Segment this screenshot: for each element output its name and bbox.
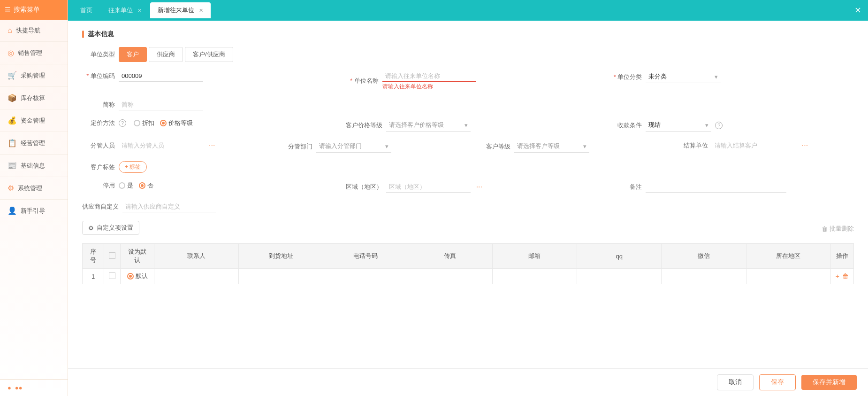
cell-contact[interactable] xyxy=(154,269,239,284)
custom-settings-btn[interactable]: ⚙ 自定义项设置 xyxy=(82,221,139,235)
col-qq: qq xyxy=(577,244,662,269)
customer-level-select[interactable]: 请选择客户等级 ▾ xyxy=(514,140,589,153)
unit-category-select[interactable]: 未分类 ▾ xyxy=(646,70,721,83)
sidebar-item-inventory[interactable]: 📦 库存核算 xyxy=(0,87,68,109)
cell-phone[interactable] xyxy=(323,269,408,284)
row-checkbox[interactable] xyxy=(109,272,115,279)
field-unit-type: 单位类型 客户 供应商 客户/供应商 xyxy=(82,47,854,62)
footer: 取消 保存 保存并新增 xyxy=(68,368,868,396)
cell-qq[interactable] xyxy=(577,269,662,284)
btn-supplier[interactable]: 供应商 xyxy=(149,47,183,62)
btn-both[interactable]: 客户/供应商 xyxy=(185,47,233,62)
tab-partners-close[interactable]: ✕ xyxy=(137,8,142,14)
select-all-checkbox[interactable] xyxy=(109,252,115,259)
cell-region[interactable] xyxy=(746,269,830,284)
disabled-label: 停用 xyxy=(82,181,115,190)
contact-input[interactable] xyxy=(159,273,234,280)
system-icon: ⚙ xyxy=(8,184,14,193)
sidebar-item-system[interactable]: ⚙ 系统管理 xyxy=(0,177,68,200)
cancel-button[interactable]: 取消 xyxy=(717,374,754,390)
field-unit-code: 单位编码 xyxy=(82,70,327,82)
manager-more-btn[interactable]: ··· xyxy=(207,141,217,150)
pricing-label: 定价方法 xyxy=(82,119,115,127)
delete-row-btn[interactable]: 🗑 xyxy=(842,272,849,280)
col-email: 邮箱 xyxy=(492,244,577,269)
field-settlement: 结算单位 ··· xyxy=(675,140,854,151)
sidebar-item-quick-nav[interactable]: ⌂ 快捷导航 xyxy=(0,20,68,42)
tab-new-partner[interactable]: 新增往来单位 ✕ xyxy=(150,2,211,18)
department-select[interactable]: 请输入分管部门 ▾ xyxy=(316,140,391,153)
sidebar-item-purchase[interactable]: 🛒 采购管理 xyxy=(0,64,68,87)
sidebar-item-basic[interactable]: 📰 基础信息 xyxy=(0,155,68,177)
add-row-btn[interactable]: + xyxy=(836,272,839,280)
disabled-yes[interactable]: 是 xyxy=(119,181,133,190)
settlement-input[interactable] xyxy=(712,140,796,151)
pricing-discount[interactable]: 折扣 xyxy=(134,119,154,127)
cell-checkbox xyxy=(104,269,121,284)
cell-email[interactable] xyxy=(492,269,577,284)
col-address: 到货地址 xyxy=(239,244,323,269)
region-input[interactable] xyxy=(386,181,471,193)
level-arrow-icon: ▾ xyxy=(583,143,586,150)
email-input[interactable] xyxy=(497,273,572,280)
remark-input[interactable] xyxy=(646,181,786,193)
yes-radio[interactable] xyxy=(119,182,125,189)
supplier-custom-input[interactable] xyxy=(122,201,216,212)
disabled-radio-group: 是 否 xyxy=(119,181,153,190)
tag-label: 客户标签 xyxy=(82,163,115,171)
field-remark: 备注 xyxy=(609,181,854,193)
manager-input[interactable] xyxy=(119,140,203,151)
sidebar-item-sales[interactable]: ◎ 销售管理 xyxy=(0,42,68,64)
payment-terms-select[interactable]: 现结 ▾ xyxy=(646,119,711,132)
phone-input[interactable] xyxy=(328,273,403,280)
no-radio[interactable] xyxy=(139,182,145,189)
unit-type-label: 单位类型 xyxy=(82,50,115,59)
tab-home[interactable]: 首页 xyxy=(73,2,100,18)
settlement-more-btn[interactable]: ··· xyxy=(800,141,810,150)
batch-delete-icon: 🗑 xyxy=(822,225,828,233)
add-tag-btn[interactable]: + 标签 xyxy=(119,161,147,173)
col-seq: 序号 xyxy=(83,244,104,269)
customer-price-level-select[interactable]: 请选择客户价格等级 ▾ xyxy=(386,119,471,132)
sidebar-search-label: 搜索菜单 xyxy=(14,6,40,14)
main-content: 首页 往来单位 ✕ 新增往来单位 ✕ ✕ 基本信息 单位类型 客户 供应商 客户… xyxy=(68,0,868,396)
tab-new-partner-close[interactable]: ✕ xyxy=(199,8,203,14)
wechat-input[interactable] xyxy=(666,273,741,280)
field-disabled: 停用 是 否 xyxy=(82,181,327,190)
payment-help-icon[interactable]: ? xyxy=(715,122,723,129)
pricing-help-icon[interactable]: ? xyxy=(119,119,126,127)
save-button[interactable]: 保存 xyxy=(759,374,796,390)
col-contact: 联系人 xyxy=(154,244,239,269)
cell-wechat[interactable] xyxy=(662,269,746,284)
abbr-input[interactable] xyxy=(119,99,203,110)
contacts-table: 序号 设为默认 联系人 到货地址 电话号码 传真 邮箱 qq 微信 所在地区 操… xyxy=(82,243,854,284)
region-more-btn[interactable]: ··· xyxy=(474,183,484,191)
remark-label: 备注 xyxy=(609,183,642,191)
unit-name-input[interactable] xyxy=(382,70,476,82)
tab-close-all[interactable]: ✕ xyxy=(854,5,861,16)
pricing-level[interactable]: 价格等级 xyxy=(160,119,193,127)
unit-code-input[interactable] xyxy=(119,70,203,82)
cell-fax[interactable] xyxy=(408,269,492,284)
default-radio-circle[interactable] xyxy=(127,273,134,280)
address-input[interactable] xyxy=(244,273,318,280)
qq-input[interactable] xyxy=(582,273,656,280)
price-level-radio[interactable] xyxy=(160,120,167,126)
unit-name-label: 单位名称 xyxy=(346,77,379,85)
default-radio-label[interactable]: 默认 xyxy=(125,272,149,280)
save-new-button[interactable]: 保存并新增 xyxy=(801,375,857,390)
row-abbr: 简称 xyxy=(82,99,854,110)
disabled-no[interactable]: 否 xyxy=(139,181,153,190)
fax-input[interactable] xyxy=(413,273,487,280)
discount-radio[interactable] xyxy=(134,120,140,126)
btn-customer[interactable]: 客户 xyxy=(119,47,147,62)
batch-delete-btn[interactable]: 🗑 批量删除 xyxy=(822,225,854,233)
table-section: ⚙ 自定义项设置 🗑 批量删除 序号 设为默认 联系人 到货地址 电 xyxy=(82,221,854,284)
row-region-input[interactable] xyxy=(751,273,826,280)
sidebar-item-operation[interactable]: 📋 经营管理 xyxy=(0,132,68,155)
sidebar-search[interactable]: ☰ 搜索菜单 xyxy=(0,0,68,20)
sidebar-item-guide[interactable]: 👤 新手引导 xyxy=(0,200,68,222)
sidebar-item-finance[interactable]: 💰 资金管理 xyxy=(0,109,68,132)
cell-address[interactable] xyxy=(239,269,323,284)
tab-partners[interactable]: 往来单位 ✕ xyxy=(101,2,149,18)
